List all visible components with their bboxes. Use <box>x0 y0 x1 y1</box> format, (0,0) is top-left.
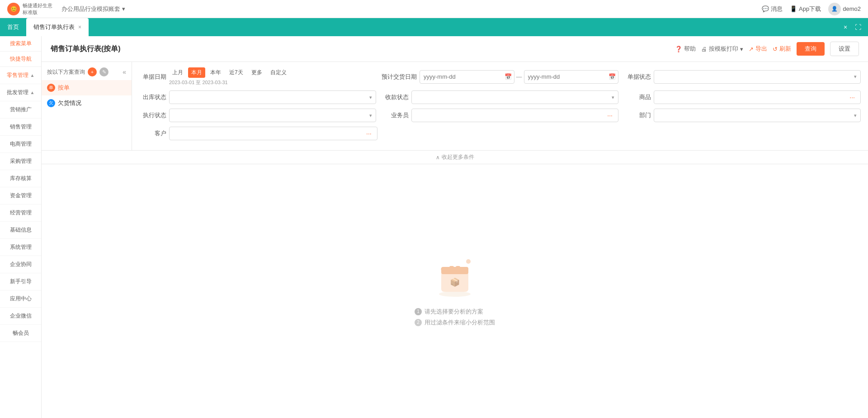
edit-icon: ✎ <box>102 69 106 75</box>
sidebar-item-wholesale-mgmt[interactable]: 批发管理 ▲ <box>0 84 41 101</box>
chevron-down-icon: ▾ <box>612 95 614 100</box>
filter-plan-label: 欠货情况 <box>58 99 81 107</box>
plan-order-icon: 单 <box>47 84 55 92</box>
plus-icon: + <box>91 69 94 75</box>
refresh-button[interactable]: ↺ 刷新 <box>773 45 791 53</box>
empty-state: 📦 请先选择要分析的方案 用过滤条件来缩小分析范围 <box>42 164 868 418</box>
filter-left-panel: 按以下方案查询 + ✎ « 单 按单 欠 欠货情况 <box>42 62 132 150</box>
search-button[interactable]: 查询 <box>797 42 825 56</box>
customer-select[interactable]: ··· <box>169 127 377 140</box>
sidebar-item-retail-mgmt[interactable]: 零售管理 ▲ <box>0 67 41 84</box>
sidebar-item-label: 零售管理 <box>7 71 28 79</box>
customer-ellipsis-icon[interactable]: ··· <box>364 130 373 137</box>
settings-button[interactable]: 设置 <box>830 42 859 56</box>
last-7-days-btn[interactable]: 近7天 <box>226 67 246 78</box>
message-button[interactable]: 💬 消息 <box>762 5 783 13</box>
sidebar-item-label: 批发管理 <box>7 89 28 96</box>
current-year-btn[interactable]: 本年 <box>207 67 224 78</box>
sidebar-item-sales-mgmt[interactable]: 销售管理 <box>0 119 41 136</box>
sidebar-item-basic-info[interactable]: 基础信息 <box>0 222 41 239</box>
sidebar-item-finance[interactable]: 资金管理 <box>0 187 41 204</box>
sidebar-item-operations[interactable]: 经营管理 <box>0 204 41 222</box>
filter-plan-item-shortage[interactable]: 欠 欠货情况 <box>42 95 132 111</box>
top-bar-left: 😊 畅捷通好生意 标准版 办公用品行业模拟账套 ▾ <box>7 2 125 15</box>
filter-plan-item-order[interactable]: 单 按单 <box>42 80 132 95</box>
svg-point-5 <box>466 259 471 264</box>
custom-btn[interactable]: 自定义 <box>267 67 290 78</box>
collapse-up-icon: ∧ <box>436 154 440 161</box>
sidebar-item-label: 资金管理 <box>10 192 32 200</box>
sidebar-item-label: 新手引导 <box>10 278 32 285</box>
salesperson-ellipsis-icon[interactable]: ··· <box>605 112 614 119</box>
sidebar-item-marketing[interactable]: 营销推广 <box>0 101 41 119</box>
user-profile[interactable]: 👤 demo2 <box>828 3 861 15</box>
filter-field-collection: 收款状态 ▾ <box>382 90 618 104</box>
filter-panel-header: 按以下方案查询 + ✎ « <box>42 67 132 80</box>
out-stock-select[interactable]: ▾ <box>169 90 376 104</box>
date-to-wrap: 📅 <box>524 70 619 84</box>
message-icon: 💬 <box>762 5 769 12</box>
sidebar-item-label: 企业协同 <box>10 261 32 268</box>
date-separator: — <box>516 73 522 80</box>
tab-home[interactable]: 首页 <box>0 18 26 36</box>
goods-ellipsis-icon[interactable]: ··· <box>848 94 857 101</box>
salesperson-select[interactable]: ··· <box>411 109 618 122</box>
svg-point-6 <box>441 268 443 271</box>
add-plan-button[interactable]: + <box>88 67 97 76</box>
sidebar-item-inventory[interactable]: 库存核算 <box>0 170 41 187</box>
department-label: 部门 <box>624 111 651 119</box>
chevron-up-icon: ▲ <box>30 90 35 95</box>
expected-delivery-label: 预计交货日期 <box>382 73 417 81</box>
single-status-select[interactable]: ▾ <box>654 70 861 84</box>
filter-field-exec-status: 执行状态 ▾ <box>139 109 376 122</box>
tab-active[interactable]: 销售订单执行表 × <box>26 18 89 36</box>
page-title: 销售订单执行表(按单) <box>51 44 121 54</box>
date-to-input[interactable] <box>524 70 619 84</box>
filter-field-out-stock: 出库状态 ▾ <box>139 90 376 104</box>
sidebar-item-enterprise-collab[interactable]: 企业协同 <box>0 256 41 273</box>
chevron-down-icon: ▾ <box>369 95 372 100</box>
filter-field-single-status: 单据状态 ▾ <box>624 70 861 84</box>
sidebar-item-label: 经营管理 <box>10 209 32 217</box>
date-from-input[interactable] <box>420 70 514 84</box>
app-download-button[interactable]: 📱 App下载 <box>790 5 821 13</box>
template-print-button[interactable]: 🖨 按模板打印 ▾ <box>701 45 743 53</box>
sidebar-item-app-center[interactable]: 应用中心 <box>0 290 41 308</box>
sidebar-item-newcomer-guide[interactable]: 新手引导 <box>0 273 41 290</box>
collection-select[interactable]: ▾ <box>411 90 618 104</box>
date-range-display: 2023-03-01 至 2023-03-31 <box>169 79 376 86</box>
sidebar-item-enterprise-wechat[interactable]: 企业微信 <box>0 308 41 325</box>
sidebar-item-purchase-mgmt[interactable]: 采购管理 <box>0 153 41 170</box>
exec-status-select[interactable]: ▾ <box>169 109 376 122</box>
sidebar-search[interactable]: 搜索菜单 <box>0 36 41 52</box>
more-btn[interactable]: 更多 <box>248 67 265 78</box>
tab-close-icon[interactable]: × <box>78 24 81 30</box>
collapse-panel-button[interactable]: « <box>123 68 126 76</box>
filter-row-3: 执行状态 ▾ 业务员 ··· 部门 <box>139 109 861 122</box>
svg-point-0 <box>439 291 471 297</box>
sidebar-shortcut-nav[interactable]: 快捷导航 <box>0 52 41 67</box>
breadcrumb[interactable]: 办公用品行业模拟账套 ▾ <box>61 5 125 13</box>
out-stock-label: 出库状态 <box>139 93 166 101</box>
logo-text: 畅捷通好生意 标准版 <box>23 2 52 15</box>
svg-rect-4 <box>456 266 460 270</box>
current-month-btn[interactable]: 本月 <box>188 67 205 78</box>
sidebar-item-system-mgmt[interactable]: 系统管理 <box>0 239 41 256</box>
chevron-down-icon: ▾ <box>854 113 857 119</box>
tab-maximize-icon[interactable]: ⛶ <box>854 23 863 32</box>
sidebar-item-membership[interactable]: 畅会员 <box>0 325 41 342</box>
edit-plan-button[interactable]: ✎ <box>99 67 108 76</box>
calendar-to-icon: 📅 <box>609 73 616 80</box>
goods-select[interactable]: ··· <box>654 90 861 104</box>
department-select[interactable]: ▾ <box>654 109 861 122</box>
collection-label: 收款状态 <box>382 93 409 101</box>
help-button[interactable]: ❓ 帮助 <box>675 45 696 53</box>
collapse-more-filters[interactable]: ∧ 收起更多条件 <box>42 151 868 164</box>
empty-hints: 请先选择要分析的方案 用过滤条件来缩小分析范围 <box>415 308 495 329</box>
prev-month-btn[interactable]: 上月 <box>169 67 186 78</box>
tab-minimize-icon[interactable]: × <box>841 23 850 32</box>
chevron-down-icon: ▾ <box>854 74 857 80</box>
export-button[interactable]: ↗ 导出 <box>749 45 767 53</box>
sidebar-item-ecommerce[interactable]: 电商管理 <box>0 136 41 153</box>
sidebar-item-label: 应用中心 <box>10 295 32 303</box>
